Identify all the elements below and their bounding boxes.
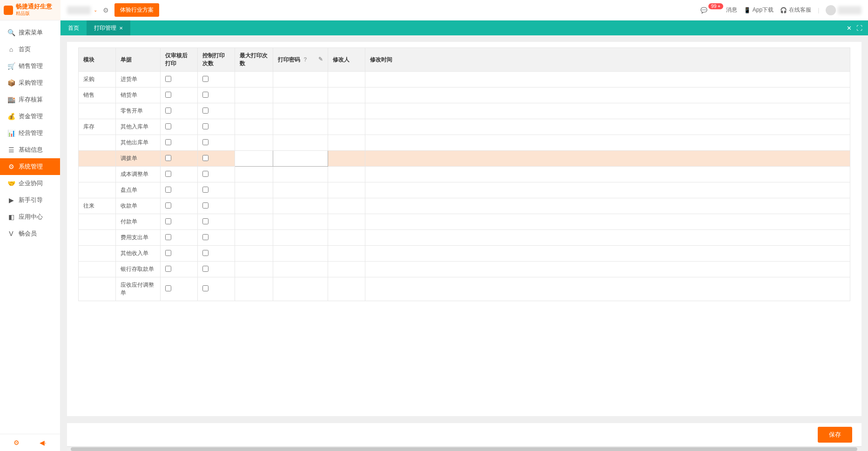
- cell-password[interactable]: [273, 262, 328, 277]
- sidebar-item-vip[interactable]: V畅会员: [0, 225, 60, 242]
- cell-max[interactable]: [235, 103, 273, 119]
- approve-checkbox[interactable]: [165, 92, 171, 98]
- cell-password[interactable]: [273, 277, 328, 301]
- sidebar-item-appctr[interactable]: ◧应用中心: [0, 209, 60, 225]
- sidebar-item-biz[interactable]: 📊经营管理: [0, 125, 60, 141]
- cell-max[interactable]: [235, 214, 273, 230]
- cell-password[interactable]: [273, 167, 328, 182]
- tab-label: 打印管理: [94, 24, 116, 32]
- cell-max[interactable]: [235, 119, 273, 135]
- limit-checkbox[interactable]: [202, 250, 209, 256]
- badge: 99 +: [708, 3, 723, 9]
- cell-max[interactable]: [235, 182, 273, 198]
- approve-checkbox[interactable]: [165, 187, 171, 193]
- cell-password[interactable]: [273, 103, 328, 119]
- industry-plan-button[interactable]: 体验行业方案: [114, 3, 159, 17]
- cell-approve: [161, 119, 198, 135]
- sidebar-item-base[interactable]: ☰基础信息: [0, 141, 60, 158]
- cell-max[interactable]: [235, 135, 273, 151]
- collapse-icon[interactable]: ◀·: [40, 439, 47, 446]
- header-app[interactable]: 📱App下载: [744, 6, 774, 14]
- limit-checkbox[interactable]: [202, 155, 209, 161]
- cell-doc: 进货单: [116, 72, 161, 88]
- cell-module: [79, 182, 116, 198]
- cell-max[interactable]: [235, 277, 273, 301]
- save-button[interactable]: 保存: [818, 427, 852, 443]
- cell-max[interactable]: [235, 198, 273, 214]
- approve-checkbox[interactable]: [165, 202, 171, 209]
- help-icon[interactable]: ?: [303, 56, 307, 63]
- cell-password[interactable]: [273, 72, 328, 88]
- company-selector[interactable]: ········ ⌄: [67, 6, 97, 14]
- approve-checkbox[interactable]: [165, 285, 171, 291]
- cell-password[interactable]: [273, 119, 328, 135]
- cell-max[interactable]: [235, 72, 273, 88]
- limit-checkbox[interactable]: [202, 187, 209, 193]
- cell-max[interactable]: [235, 88, 273, 103]
- sidebar-item-purchase[interactable]: 📦采购管理: [0, 74, 60, 91]
- approve-checkbox[interactable]: [165, 123, 171, 129]
- cell-modifier: [328, 246, 365, 262]
- limit-checkbox[interactable]: [202, 139, 209, 145]
- approve-checkbox[interactable]: [165, 139, 171, 145]
- cell-password[interactable]: [273, 214, 328, 230]
- sidebar-item-fund[interactable]: 💰资金管理: [0, 108, 60, 125]
- limit-checkbox[interactable]: [202, 266, 209, 272]
- limit-checkbox[interactable]: [202, 171, 209, 177]
- header-cs[interactable]: 🎧在线客服: [780, 6, 811, 14]
- sidebar-item-home[interactable]: ⌂首页: [0, 41, 60, 58]
- cell-max[interactable]: [235, 151, 273, 167]
- limit-checkbox[interactable]: [202, 123, 209, 129]
- cell-mtime: [365, 246, 850, 262]
- cell-password[interactable]: [273, 198, 328, 214]
- cell-max[interactable]: [235, 230, 273, 246]
- gear-icon[interactable]: ⚙: [103, 7, 109, 14]
- sidebar-item-guide[interactable]: ▶新手引导: [0, 192, 60, 209]
- table-row: 成本调整单: [79, 167, 850, 182]
- cell-password[interactable]: [273, 182, 328, 198]
- cell-max[interactable]: [235, 167, 273, 182]
- cell-password[interactable]: [273, 135, 328, 151]
- sidebar-item-stock[interactable]: 🏬库存核算: [0, 91, 60, 108]
- approve-checkbox[interactable]: [165, 250, 171, 256]
- cell-max[interactable]: [235, 246, 273, 262]
- approve-checkbox[interactable]: [165, 108, 171, 114]
- header-msg[interactable]: 💬99 +消息: [700, 6, 737, 14]
- limit-checkbox[interactable]: [202, 202, 209, 209]
- settings-icon[interactable]: ⚙: [13, 439, 20, 446]
- approve-checkbox[interactable]: [165, 155, 171, 161]
- limit-checkbox[interactable]: [202, 92, 209, 98]
- cell-password[interactable]: [273, 151, 328, 167]
- fullscreen-icon[interactable]: ⛶: [856, 25, 862, 32]
- sidebar-item-corp[interactable]: 🤝企业协同: [0, 175, 60, 192]
- cell-max[interactable]: [235, 262, 273, 277]
- cell-mtime: [365, 103, 850, 119]
- approve-checkbox[interactable]: [165, 218, 171, 224]
- tab-close-all-icon[interactable]: ✕: [847, 25, 852, 32]
- limit-checkbox[interactable]: [202, 218, 209, 224]
- cell-password[interactable]: [273, 230, 328, 246]
- approve-checkbox[interactable]: [165, 266, 171, 272]
- user-menu[interactable]: ········: [826, 5, 861, 15]
- cell-modifier: [328, 151, 365, 167]
- limit-checkbox[interactable]: [202, 76, 209, 82]
- horizontal-scrollbar[interactable]: [67, 446, 861, 451]
- limit-checkbox[interactable]: [202, 234, 209, 240]
- approve-checkbox[interactable]: [165, 234, 171, 240]
- limit-checkbox[interactable]: [202, 285, 209, 291]
- sidebar-item-sys[interactable]: ⚙系统管理: [0, 158, 60, 175]
- cell-password[interactable]: [273, 88, 328, 103]
- cell-password[interactable]: [273, 246, 328, 262]
- edit-icon[interactable]: ✎: [318, 56, 323, 62]
- logo-icon: [4, 6, 13, 15]
- scrollbar-thumb[interactable]: [71, 447, 857, 451]
- close-icon[interactable]: ✕: [119, 26, 123, 31]
- approve-checkbox[interactable]: [165, 171, 171, 177]
- limit-checkbox[interactable]: [202, 108, 209, 114]
- approve-checkbox[interactable]: [165, 76, 171, 82]
- table-row: 付款单: [79, 214, 850, 230]
- tab-home[interactable]: 首页: [61, 20, 87, 35]
- tab-print[interactable]: 打印管理✕: [87, 20, 130, 35]
- sidebar-item-sales[interactable]: 🛒销售管理: [0, 58, 60, 74]
- sidebar-item-search[interactable]: 🔍搜索菜单: [0, 24, 60, 41]
